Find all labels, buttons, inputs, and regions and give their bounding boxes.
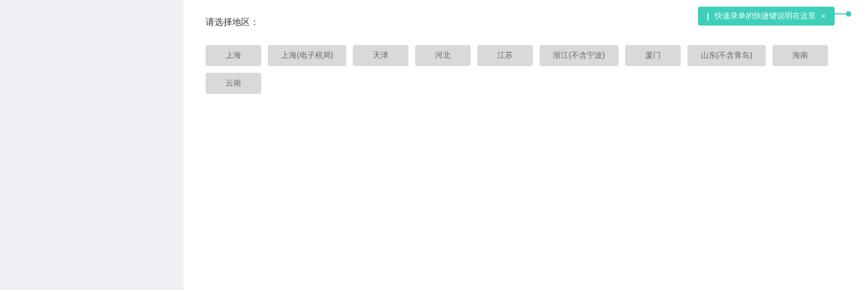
tooltip-close-button[interactable]: × xyxy=(821,12,826,20)
region-btn-yunnan[interactable]: 云南 xyxy=(206,73,261,94)
main-content: 请选择地区： 上海上海(电子税局)天津河北江苏浙江(不含宁波)厦门山东(不含青岛… xyxy=(183,0,868,290)
tooltip-dot xyxy=(846,11,851,17)
region-btn-tianjin[interactable]: 天津 xyxy=(353,45,408,66)
region-btn-xiamen[interactable]: 厦门 xyxy=(625,45,681,66)
region-btn-hebei[interactable]: 河北 xyxy=(415,45,471,66)
region-btn-hainan[interactable]: 海南 xyxy=(772,45,828,66)
tooltip-text: 快速录单的快捷键说明在这里 xyxy=(715,11,816,21)
region-btn-zhejiang[interactable]: 浙江(不含宁波) xyxy=(540,45,618,66)
region-buttons-container: 上海上海(电子税局)天津河北江苏浙江(不含宁波)厦门山东(不含青岛)海南云南 xyxy=(206,45,846,94)
region-btn-jiangsu[interactable]: 江苏 xyxy=(477,45,533,66)
region-btn-shanghai-etax[interactable]: 上海(电子税局) xyxy=(268,45,346,66)
region-btn-shanghai[interactable]: 上海 xyxy=(206,45,261,66)
region-btn-shandong[interactable]: 山东(不含青岛) xyxy=(687,45,766,66)
tooltip-popup: 快速录单的快捷键说明在这里 × xyxy=(698,7,835,26)
sidebar xyxy=(0,0,183,290)
